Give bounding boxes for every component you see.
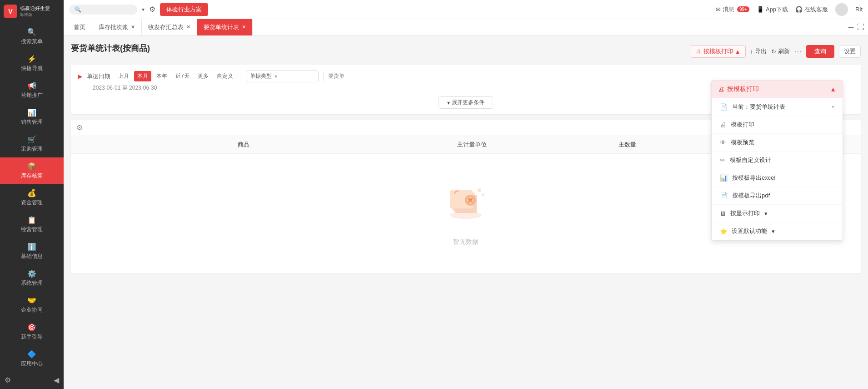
tab-collection-summary-close[interactable]: ✕ bbox=[186, 24, 190, 30]
settings-footer-icon[interactable]: ⚙ bbox=[5, 376, 11, 384]
order-type-select[interactable]: 单据类型 ▾ bbox=[246, 70, 319, 82]
tab-minimize-button[interactable]: ─ bbox=[848, 23, 853, 31]
date-btn-7days[interactable]: 近7天 bbox=[172, 71, 193, 81]
template-print-item[interactable]: 🖨 模板打印 bbox=[712, 116, 843, 134]
sidebar-item-quick-nav-label: 快捷导航 bbox=[21, 65, 43, 72]
sidebar-item-operations[interactable]: 📋 经营管理 bbox=[0, 211, 64, 238]
username-label: Rit bbox=[855, 6, 863, 13]
date-btn-this-month[interactable]: 本月 bbox=[134, 71, 151, 81]
set-default-item[interactable]: ⭐ 设置默认功能 ▾ bbox=[712, 222, 843, 240]
sidebar-item-basic[interactable]: ℹ️ 基础信息 bbox=[0, 238, 64, 265]
order-type-label: 单据类型 bbox=[250, 72, 272, 80]
table-col-quantity: 主数量 bbox=[549, 136, 705, 153]
filter-divider bbox=[241, 72, 241, 81]
empty-illustration bbox=[443, 181, 489, 233]
display-print-icon: 🖥 bbox=[720, 210, 726, 217]
display-print-arrow-icon: ▾ bbox=[764, 210, 768, 217]
main-area: 🔍 ▾ ⚙ 体验行业方案 ✉ 消息 99+ 📱 App下载 🎧 在线客服 Rit bbox=[64, 0, 868, 389]
tab-collection-summary[interactable]: 收发存汇总表 ✕ bbox=[142, 19, 197, 35]
date-btn-last-month[interactable]: 上月 bbox=[115, 71, 132, 81]
topbar-right: ✉ 消息 99+ 📱 App下载 🎧 在线客服 Rit bbox=[716, 3, 863, 16]
sidebar-item-sales[interactable]: 📊 销售管理 bbox=[0, 104, 64, 131]
tab-maximize-button[interactable]: ⛶ bbox=[857, 23, 864, 31]
date-btn-this-year[interactable]: 本年 bbox=[153, 71, 170, 81]
sidebar-item-guide-label: 新手引导 bbox=[21, 333, 43, 341]
sidebar-item-inventory[interactable]: 📦 库存核算 bbox=[0, 157, 64, 184]
current-template-arrow-icon: ▾ bbox=[832, 104, 834, 110]
print-template-button[interactable]: 🖨 按模板打印 ▲ bbox=[691, 45, 746, 58]
template-design-item[interactable]: ✏ 模板自定义设计 bbox=[712, 152, 843, 169]
expand-down-icon: ▾ bbox=[447, 100, 450, 106]
sidebar-item-system[interactable]: ⚙️ 系统管理 bbox=[0, 265, 64, 292]
page-title: 要货单统计表(按商品) bbox=[71, 43, 150, 54]
template-preview-label: 模板预览 bbox=[731, 138, 754, 147]
logo-text: 畅赢通好生意 bbox=[20, 5, 50, 12]
app-download-button[interactable]: 📱 App下载 bbox=[757, 5, 788, 14]
purchase-icon: 🛒 bbox=[27, 135, 36, 144]
sidebar-item-guide[interactable]: 🎯 新手引导 bbox=[0, 318, 64, 345]
template-design-label: 模板自定义设计 bbox=[730, 156, 771, 164]
print-dropdown-title: 🖨 按模板打印 bbox=[718, 85, 759, 93]
tab-inventory-batch[interactable]: 库存批次账 ✕ bbox=[92, 19, 142, 35]
template-print-icon: 🖨 bbox=[720, 121, 726, 128]
table-settings-icon[interactable]: ⚙ bbox=[76, 123, 83, 132]
more-actions-button[interactable]: ⋯ bbox=[794, 47, 802, 56]
export-excel-label: 按模板导出excel bbox=[732, 174, 775, 182]
topbar-gear-icon[interactable]: ⚙ bbox=[149, 5, 155, 14]
export-icon: ↑ bbox=[750, 48, 753, 55]
content-actions: 🖨 按模板打印 ▲ ↑ 导出 ↻ 刷新 ⋯ 查询 设置 bbox=[691, 45, 861, 58]
sidebar-item-operations-label: 经营管理 bbox=[21, 226, 43, 233]
print-dropdown-close-icon[interactable]: ▲ bbox=[830, 86, 836, 93]
app-center-icon: 🔷 bbox=[27, 350, 36, 359]
sidebar-item-app-center[interactable]: 🔷 应用中心 bbox=[0, 345, 64, 371]
sidebar-item-finance[interactable]: 💰 资金管理 bbox=[0, 184, 64, 211]
tab-order-statistics[interactable]: 要货单统计表 ✕ bbox=[197, 19, 253, 35]
export-excel-item[interactable]: 📊 按模板导出excel bbox=[712, 169, 843, 187]
online-support-button[interactable]: 🎧 在线客服 bbox=[795, 5, 828, 14]
finance-icon: 💰 bbox=[27, 189, 36, 197]
expand-more-button[interactable]: ▾ 展开更多条件 bbox=[439, 96, 493, 109]
display-print-item[interactable]: 🖥 按显示打印 ▾ bbox=[712, 205, 843, 222]
filter-expand-arrow[interactable]: ▶ bbox=[78, 73, 82, 80]
sidebar-item-app-center-label: 应用中心 bbox=[21, 360, 43, 368]
sidebar-item-finance-label: 资金管理 bbox=[21, 199, 43, 207]
tab-home[interactable]: 首页 bbox=[67, 19, 92, 35]
tab-inventory-batch-close[interactable]: ✕ bbox=[131, 24, 135, 30]
user-avatar[interactable] bbox=[835, 3, 848, 16]
trial-industry-button[interactable]: 体验行业方案 bbox=[160, 3, 208, 16]
date-btn-custom[interactable]: 自定义 bbox=[214, 71, 236, 81]
sidebar-item-purchase[interactable]: 🛒 采购管理 bbox=[0, 131, 64, 157]
app-download-icon: 📱 bbox=[757, 6, 764, 13]
topbar-search-icon: 🔍 bbox=[75, 6, 81, 13]
sidebar-item-search[interactable]: 🔍 搜索菜单 bbox=[0, 23, 64, 50]
print-title-icon: 🖨 bbox=[718, 86, 724, 93]
topbar-search[interactable]: 🔍 bbox=[69, 5, 137, 15]
export-pdf-label: 按模板导出pdf bbox=[732, 192, 770, 200]
refresh-button[interactable]: ↻ 刷新 bbox=[771, 47, 790, 56]
export-pdf-item[interactable]: 📄 按模板导出pdf bbox=[712, 187, 843, 205]
marketing-icon: 📢 bbox=[27, 81, 36, 90]
query-button[interactable]: 查询 bbox=[806, 45, 834, 58]
sidebar-item-quick-nav[interactable]: ⚡ 快捷导航 bbox=[0, 50, 64, 77]
export-button[interactable]: ↑ 导出 bbox=[750, 47, 767, 56]
tab-inventory-batch-label: 库存批次账 bbox=[99, 23, 128, 31]
date-btn-more[interactable]: 更多 bbox=[195, 71, 212, 81]
messages-button[interactable]: ✉ 消息 99+ bbox=[716, 5, 749, 14]
sidebar-item-enterprise[interactable]: 🤝 企业协同 bbox=[0, 292, 64, 318]
print-template-label: 按模板打印 bbox=[703, 47, 733, 56]
sidebar-nav: 🔍 搜索菜单 ⚡ 快捷导航 📢 营销推广 📊 销售管理 🛒 采购管理 📦 库存核… bbox=[0, 23, 64, 371]
topbar-dropdown[interactable]: ▾ bbox=[142, 6, 145, 13]
template-design-icon: ✏ bbox=[720, 157, 725, 164]
template-preview-item[interactable]: 👁 模板预览 bbox=[712, 134, 843, 152]
sidebar-item-marketing[interactable]: 📢 营销推广 bbox=[0, 77, 64, 104]
tab-order-statistics-close[interactable]: ✕ bbox=[242, 24, 246, 30]
sidebar-footer: ⚙ ◀ bbox=[0, 371, 64, 389]
expand-more-label: 展开更多条件 bbox=[452, 99, 484, 106]
date-shortcuts: 上月 本月 本年 近7天 更多 自定义 bbox=[115, 71, 236, 81]
sidebar: V 畅赢通好生意 标准版 🔍 搜索菜单 ⚡ 快捷导航 📢 营销推广 📊 销售管理… bbox=[0, 0, 64, 389]
guide-icon: 🎯 bbox=[27, 323, 36, 332]
settings-button[interactable]: 设置 bbox=[839, 45, 861, 58]
collapse-footer-icon[interactable]: ◀ bbox=[54, 376, 59, 384]
app-download-label: App下载 bbox=[766, 5, 788, 14]
current-template-item[interactable]: 📄 当前：要货单统计表 ▾ bbox=[712, 98, 843, 116]
